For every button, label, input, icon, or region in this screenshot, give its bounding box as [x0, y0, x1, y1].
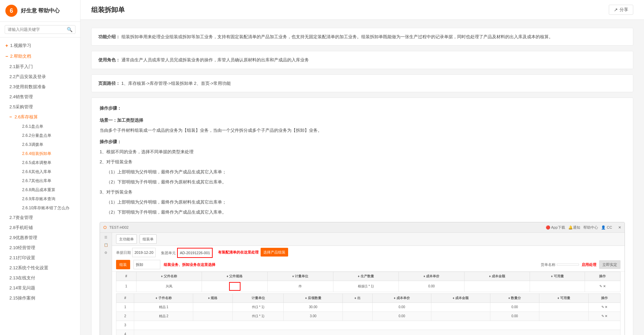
sidebar-item-2-3[interactable]: 2.3使用前数据准备 [9, 82, 80, 92]
mockup-type-dropdown: 拆卸 [133, 260, 160, 269]
sidebar-item-2-11[interactable]: 2.11打印设置 [9, 253, 80, 263]
mockup-sub-toolbar: 主功能单 组装单 [112, 233, 625, 246]
mockup-icon-1: ☰ [104, 234, 107, 241]
scene1-step2b: （2）下部明细为子件明细，最终作为原材料生成其它出库单。 [100, 178, 625, 186]
mockup-order-label: 集团单元 [161, 249, 176, 257]
sidebar-item-2-6-10[interactable]: 2.6.10库存账本错了怎么办 [17, 204, 80, 213]
screenshot-mockup: ⬡ TEST-H002 🔴 App下载 🔔通知 帮助中心 👤 CC ✕ ☰ 📋 … [100, 222, 625, 335]
mockup-annotation3: 启用处理 [582, 261, 596, 268]
main-area: 组装拆卸单 ↗ 分享 功能介绍： 组装拆卸单用来处理企业组装或拆卸等加工业务，支… [80, 0, 644, 335]
search-area: 🔍 [0, 22, 80, 38]
mockup-th-parent-name: ♦ 父件名称 [136, 272, 202, 281]
nav-children-2: 2.1新手入门 2.2产品安装及登录 2.3使用前数据准备 2.4销售管理 2.… [0, 62, 80, 303]
sidebar-item-2-12[interactable]: 2.12系统个性化设置 [9, 263, 80, 273]
steps-title: 操作步骤： [100, 106, 121, 111]
mockup-th-unit: ♦ 计量单位 [267, 272, 333, 281]
sidebar-item-2-1[interactable]: 2.1新手入门 [9, 62, 80, 72]
path-text: 1、库存核算->库存管理->组装拆卸单 2、首页->常用功能 [121, 81, 231, 86]
mockup-icon-3: ⚙ [104, 249, 107, 256]
search-icon[interactable]: 🔍 [67, 27, 72, 32]
function-intro-label: 功能介绍： [98, 34, 120, 39]
sidebar-item-2-6-6[interactable]: 2.6.6其他入库单 [17, 167, 80, 176]
mockup-th-qty: ♦ 生产数量 [333, 272, 399, 281]
sidebar-item-2-13[interactable]: 2.13在线支付 [9, 273, 80, 283]
mockup-toolbar-area: ☰ 📋 ⚙ 主功能单 组装单 [100, 233, 625, 335]
logo-area: 6 好生意 帮助中心 [0, 0, 80, 22]
function-intro-block: 功能介绍： 组装拆卸单用来处理企业组装或拆卸等加工业务，支持有固定装配清单的产品… [91, 28, 633, 46]
mockup-th-ops: 操作 [585, 272, 620, 281]
path-label: 页面路径： [98, 81, 120, 86]
mockup-th-cost-amt: ♦ 成本金额 [464, 272, 530, 281]
mockup-date-label: 单据日期 [116, 249, 131, 256]
sidebar-item-2-6-2[interactable]: 2.6.2分量盘点单 [17, 131, 80, 140]
sidebar-item-2-14[interactable]: 2.14常见问题 [9, 283, 80, 293]
mockup-order-field: 集团单元 AD-20191226-001 [161, 248, 213, 258]
sidebar-item-2-6-8[interactable]: 2.6.8商品成本重算 [17, 185, 80, 194]
sidebar-item-2-2[interactable]: 2.2产品安装及登录 [9, 72, 80, 82]
mockup-btn1: 选择产品组装 [261, 248, 288, 257]
main-header: 组装拆卸单 ↗ 分享 [80, 0, 644, 20]
mockup-logo: ⬡ [103, 224, 107, 231]
mockup-form-area: 单据日期 2019-12-20 集团单元 AD-20191226-001 有装配… [112, 246, 625, 272]
page-title: 组装拆卸单 [91, 5, 125, 14]
sidebar-item-2-6-9[interactable]: 2.6.9库存账本查询 [17, 194, 80, 204]
table-row: 1 精品 1 件(1 * 1) 30.00 0.00 0.00 [116, 303, 621, 312]
sidebar-item-2-4[interactable]: 2.4销售管理 [9, 92, 80, 102]
mockup-table2: # ♦ 子件名称 ♦ 规格 计量单位 ♦ 应领数量 ♦ 出 ♦ 成本单价 ♦ 成… [116, 293, 621, 335]
sidebar-item-1[interactable]: + 1.视频学习 [0, 40, 80, 51]
nav-section-1: + 1.视频学习 [0, 40, 80, 51]
mockup-main-content: 主功能单 组装单 单据日期 2019-12-20 [112, 233, 625, 335]
role-text: 通常由生产人员或库管人员完成拆装业务的操作，库管人员确认原材料的出库和产成品的入… [121, 57, 309, 62]
table-row: 4 [116, 330, 621, 335]
scene1-step3a: （1）上部明细为父件明细，最终作为原材料生成其它出库单； [100, 198, 625, 207]
mockup-title: TEST-H002 [109, 224, 128, 231]
sidebar-item-2-6-4[interactable]: 2.6.4组装拆卸单 [17, 149, 80, 158]
share-icon: ↗ [614, 7, 618, 12]
mockup-type-row: 组装 拆卸 组装业务、拆卸业务在这里选择 货单名称 启用处理 立即实定 [116, 260, 621, 269]
sidebar-item-2-6-1[interactable]: 2.6.1盘点单 [17, 122, 80, 131]
sidebar-item-2-7[interactable]: 2.7资金管理 [9, 213, 80, 223]
mockup-th-cost-price: ♦ 成本单价 [399, 272, 465, 281]
scene1-title: 场景一：加工类型选择 [100, 118, 143, 123]
sidebar-item-2-5[interactable]: 2.5采购管理 [9, 102, 80, 112]
sidebar-item-2-9[interactable]: 2.9优惠券管理 [9, 233, 80, 243]
sidebar-item-2-10[interactable]: 2.10经营管理 [9, 243, 80, 253]
mockup-table2-area: # ♦ 子件名称 ♦ 规格 计量单位 ♦ 应领数量 ♦ 出 ♦ 成本单价 ♦ 成… [112, 293, 625, 335]
scene1-steps-title: 操作步骤： [100, 139, 121, 144]
mockup-btn-save: 组装单 [140, 234, 157, 244]
mockup-sub-input [557, 264, 579, 266]
mockup-th-parent-spec: ♦ 父件规格 [202, 272, 268, 281]
function-intro-text: 组装拆卸单用来处理企业组装或拆卸等加工业务，支持有固定装配清单的产品加工业务，也… [121, 34, 553, 39]
mockup-th-seq: # [116, 272, 137, 281]
sidebar: 6 好生意 帮助中心 🔍 + 1.视频学习 − 2.帮助文档 2.1新手入门 2… [0, 0, 80, 335]
nav-grandchildren-2-6: 2.6.1盘点单 2.6.2分量盘点单 2.6.3调拨单 2.6.4组装拆卸单 … [9, 122, 80, 213]
sidebar-item-2[interactable]: − 2.帮助文档 [0, 51, 80, 62]
mockup-confirm-btn: 立即实定 [599, 260, 621, 269]
scene1-desc: 当由多个子件材料组装成一个成品的业务为【组装】业务，当由一个父件拆分成多个子产品… [100, 126, 625, 135]
scene1-step1: 1、根据不同的业务，选择不同单据的类型来处理 [100, 148, 625, 156]
share-button[interactable]: ↗ 分享 [609, 5, 633, 15]
mockup-sub-label: 货单名称 [541, 261, 555, 268]
scene1-step2: 2、对于组装业务 [100, 158, 625, 166]
sidebar-item-2-6-3[interactable]: 2.6.3调拨单 [17, 140, 80, 149]
sidebar-item-2-15[interactable]: 2.15操作案例 [9, 293, 80, 303]
sidebar-item-2-6-5[interactable]: 2.6.5成本调整单 [17, 158, 80, 167]
table-row: 3 [116, 321, 621, 330]
mockup-order-value: AD-20191226-001 [177, 248, 213, 258]
mockup-table1-area: # ♦ 父件名称 ♦ 父件规格 ♦ 计量单位 ♦ 生产数量 ♦ 成本单价 ♦ 成… [112, 272, 625, 293]
expand-icon-1: + [5, 43, 8, 48]
search-input[interactable] [8, 27, 67, 32]
content-area: 功能介绍： 组装拆卸单用来处理企业组装或拆卸等加工业务，支持有固定装配清单的产品… [80, 20, 644, 335]
path-block: 页面路径： 1、库存核算->库存管理->组装拆卸单 2、首页->常用功能 [91, 74, 633, 92]
role-block: 使用角色： 通常由生产人员或库管人员完成拆装业务的操作，库管人员确认原材料的出库… [91, 51, 633, 69]
sidebar-item-2-6-7[interactable]: 2.6.7其他出库单 [17, 176, 80, 185]
mockup-annotation1-area: 有装配清单的在这里处理 选择产品组装 [218, 248, 288, 257]
sidebar-item-2-8[interactable]: 2.8手机旺铺 [9, 223, 80, 233]
mockup-icon-2: 📋 [104, 242, 108, 248]
table-row: 1 兴凤 件 根据(1 * 1) 0.00 ✎ ✕ [116, 281, 621, 292]
mockup-subname-area: 货单名称 启用处理 立即实定 [541, 260, 621, 269]
sidebar-item-2-6[interactable]: − 2.6库存核算 [9, 112, 80, 122]
table-row: 2 精品 2 件(1 * 1) 3.00 0.00 0.00 [116, 312, 621, 321]
mockup-annotation2: 组装业务、拆卸业务在这里选择 [164, 261, 215, 268]
sidebar-label-2: 2.帮助文档 [10, 53, 31, 59]
